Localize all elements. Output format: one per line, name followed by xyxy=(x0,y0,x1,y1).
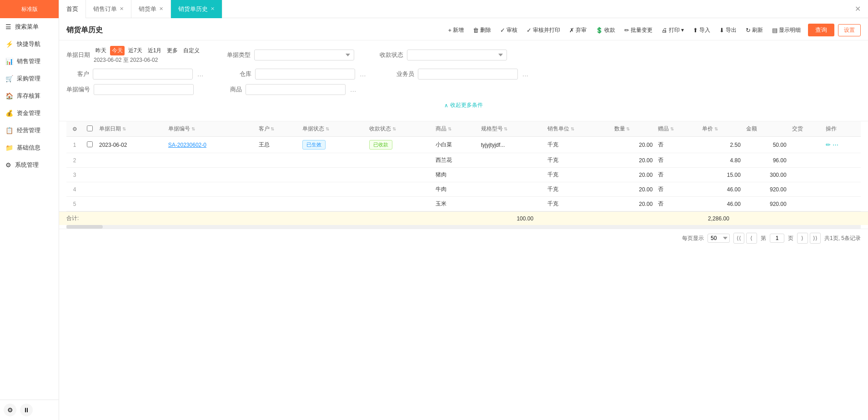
col-goods[interactable]: 商品 xyxy=(433,121,478,137)
edit-icon-0[interactable]: ✏ xyxy=(826,141,831,148)
cell-collectstatus-2 xyxy=(366,168,433,182)
col-unit[interactable]: 销售单位 xyxy=(545,121,611,137)
toolbar-btn-export[interactable]: ⬇导出 xyxy=(716,25,740,36)
sidebar-item-fund-mgmt[interactable]: 💰资金管理 xyxy=(0,105,59,122)
sys-mgmt-icon: ⚙ xyxy=(5,161,11,169)
cell-docno-0[interactable]: SA-20230602-0 xyxy=(166,137,256,153)
next-page-btn[interactable]: ⟩ xyxy=(797,233,808,244)
customer-dots[interactable]: ... xyxy=(197,70,203,78)
doctype-select[interactable] xyxy=(254,50,354,60)
sidebar-settings-icon[interactable]: ⚙ xyxy=(4,404,16,416)
page-size-select[interactable]: 50 20 100 xyxy=(707,234,730,243)
toolbar-btn-batch-change[interactable]: ✏批量变更 xyxy=(621,25,656,36)
collapse-button[interactable]: ∧ 收起更多条件 xyxy=(442,100,485,111)
staff-input[interactable] xyxy=(418,69,518,80)
prev-page-btn[interactable]: ⟨ xyxy=(746,233,757,244)
cell-spec-4 xyxy=(478,197,545,211)
collect-status-badge-0: 已收款 xyxy=(369,140,392,150)
cell-price-4: 46.00 xyxy=(699,197,743,211)
doc-status-badge-0: 已生效 xyxy=(302,140,326,150)
cell-unit-1: 千克 xyxy=(545,153,611,168)
col-price[interactable]: 单价 xyxy=(699,121,743,137)
col-spec[interactable]: 规格型号 xyxy=(478,121,545,137)
sidebar-pause-icon[interactable]: ⏸ xyxy=(20,404,33,416)
table-settings-col[interactable]: ⚙ xyxy=(66,121,83,137)
toolbar-btn-audit[interactable]: ✓审核 xyxy=(497,25,521,36)
docno-input[interactable] xyxy=(94,84,194,95)
sidebar-item-quick-nav[interactable]: ⚡快捷导航 xyxy=(0,35,59,53)
toolbar-btn-collect[interactable]: 💲收款 xyxy=(592,25,619,36)
select-all-checkbox[interactable] xyxy=(87,125,93,131)
col-gift[interactable]: 赠品 xyxy=(655,121,699,137)
first-page-btn[interactable]: ⟨⟨ xyxy=(733,233,744,244)
tab-close-sales-history[interactable]: ✕ xyxy=(211,6,215,12)
cell-docno-4[interactable] xyxy=(166,197,256,211)
toolbar-btn-new[interactable]: +新增 xyxy=(444,25,467,36)
cell-date-2 xyxy=(96,168,166,182)
horizontal-scrollbar[interactable] xyxy=(66,225,861,229)
cell-customer-2 xyxy=(256,168,300,182)
toolbar-btn-show-detail[interactable]: ▤显示明细 xyxy=(768,25,804,36)
date-shortcut-yesterday[interactable]: 昨天 xyxy=(94,46,108,55)
date-shortcut-today[interactable]: 今天 xyxy=(110,46,125,55)
collect-status-select[interactable] xyxy=(407,50,507,60)
batch-change-icon: ✏ xyxy=(624,27,629,34)
col-collect-status[interactable]: 收款状态 xyxy=(366,121,433,137)
warehouse-dots[interactable]: ... xyxy=(360,70,366,78)
date-shortcut-last7days[interactable]: 近7天 xyxy=(126,46,144,55)
cell-docno-1[interactable] xyxy=(166,153,256,168)
date-shortcut-more[interactable]: 更多 xyxy=(165,46,180,55)
tab-close-sales-delivery[interactable]: ✕ xyxy=(159,6,163,12)
close-all-tabs-icon[interactable]: ✕ xyxy=(851,3,864,15)
col-doc-date[interactable]: 单据日期 xyxy=(96,121,166,137)
page-input[interactable] xyxy=(770,234,784,243)
more-icon-0[interactable]: ⋯ xyxy=(833,141,838,148)
cell-price-0: 2.50 xyxy=(699,137,743,153)
toolbar-btn-refresh[interactable]: ↻刷新 xyxy=(742,25,767,36)
table-footer: 合计: 100.00 2,286.00 xyxy=(59,211,868,225)
warehouse-input[interactable] xyxy=(255,69,355,80)
tab-sales-order[interactable]: 销售订单✕ xyxy=(86,0,131,18)
sidebar-item-ops-mgmt[interactable]: 📋经营管理 xyxy=(0,122,59,139)
tab-home[interactable]: 首页 xyxy=(59,0,86,18)
toolbar-btn-audit-print[interactable]: ✓审核并打印 xyxy=(523,25,564,36)
col-doc-status[interactable]: 单据状态 xyxy=(300,121,366,137)
col-customer[interactable]: 客户 xyxy=(256,121,300,137)
sidebar-item-purchase-mgmt[interactable]: 🛒采购管理 xyxy=(0,70,59,87)
cell-date-3 xyxy=(96,182,166,197)
sidebar-item-sys-mgmt[interactable]: ⚙系统管理 xyxy=(0,156,59,174)
tab-sales-history[interactable]: 销货单历史✕ xyxy=(171,0,222,18)
footer-total-label: 合计: xyxy=(66,215,94,222)
date-shortcut-custom[interactable]: 自定义 xyxy=(181,46,201,55)
cell-docstatus-4 xyxy=(300,197,366,211)
date-shortcut-last1month[interactable]: 近1月 xyxy=(146,46,164,55)
toolbar-btn-print[interactable]: 🖨打印▾ xyxy=(658,25,687,36)
cell-spec-1 xyxy=(478,153,545,168)
refresh-label: 刷新 xyxy=(752,26,763,34)
toolbar-btn-delete[interactable]: 🗑删除 xyxy=(469,25,495,36)
customer-input[interactable] xyxy=(93,69,193,80)
row-checkbox-0[interactable] xyxy=(87,141,93,147)
cell-docno-3[interactable] xyxy=(166,182,256,197)
goods-dots[interactable]: ... xyxy=(350,85,356,94)
date-shortcuts: 昨天今天近7天近1月更多自定义 xyxy=(94,46,201,55)
goods-input[interactable] xyxy=(246,84,346,95)
toolbar-btn-import[interactable]: ⬆导入 xyxy=(689,25,714,36)
tab-close-sales-order[interactable]: ✕ xyxy=(120,6,124,12)
scrollbar-thumb[interactable] xyxy=(66,225,103,229)
tab-bar-right: ✕ xyxy=(851,3,868,15)
sidebar-item-inventory[interactable]: 🏠库存核算 xyxy=(0,87,59,105)
sidebar-item-basic-info[interactable]: 📁基础信息 xyxy=(0,139,59,156)
setting-button[interactable]: 设置 xyxy=(838,24,861,36)
sidebar-item-search-menu[interactable]: ☰搜索菜单 xyxy=(0,18,59,35)
cell-docno-2[interactable] xyxy=(166,168,256,182)
cell-collectstatus-1 xyxy=(366,153,433,168)
tab-sales-delivery[interactable]: 销货单✕ xyxy=(131,0,171,18)
staff-dots[interactable]: ... xyxy=(522,70,528,78)
query-button[interactable]: 查询 xyxy=(808,24,834,36)
toolbar-btn-abandon[interactable]: ✗弃审 xyxy=(566,25,590,36)
col-qty[interactable]: 数量 xyxy=(612,121,656,137)
last-page-btn[interactable]: ⟩⟩ xyxy=(810,233,821,244)
col-doc-no[interactable]: 单据编号 xyxy=(166,121,256,137)
sidebar-item-sales-mgmt[interactable]: 📊销售管理 xyxy=(0,53,59,70)
